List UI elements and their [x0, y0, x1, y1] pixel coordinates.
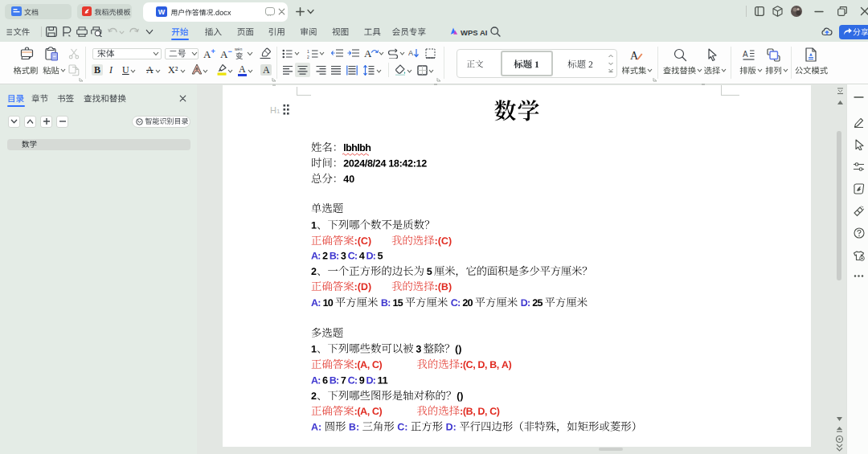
svg-text:W: W: [158, 8, 166, 16]
svg-text:A: A: [743, 50, 748, 59]
svg-text:1: 1: [307, 49, 309, 54]
svg-text:A: A: [630, 50, 639, 62]
svg-text:2: 2: [307, 55, 309, 59]
svg-text:A: A: [408, 49, 413, 57]
